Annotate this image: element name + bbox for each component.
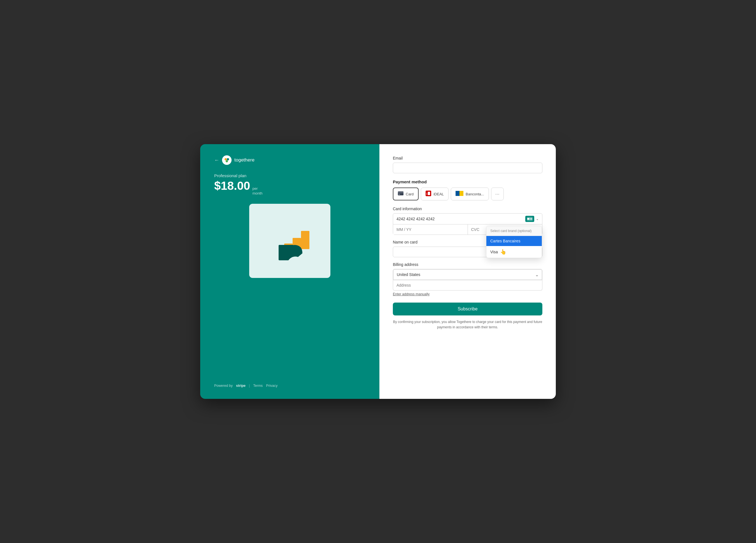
- back-arrow-icon[interactable]: ←: [214, 157, 219, 163]
- card-brand-dropdown: Select card brand (optional) Cartes Banc…: [486, 226, 542, 258]
- plan-info: Professional plan $18.00 permonth: [214, 173, 365, 196]
- card-number-input[interactable]: [393, 214, 522, 224]
- dropdown-item-visa[interactable]: Visa 👆: [486, 246, 542, 258]
- payment-method-section: Payment method Card: [393, 180, 542, 201]
- svg-rect-9: [398, 192, 403, 193]
- svg-rect-18: [530, 218, 532, 220]
- svg-point-1: [225, 158, 227, 160]
- card-expiry-input[interactable]: [393, 225, 468, 235]
- privacy-link[interactable]: Privacy: [266, 384, 277, 388]
- terms-link[interactable]: Terms: [253, 384, 263, 388]
- svg-rect-6: [301, 231, 309, 249]
- back-nav: ← togethere: [214, 155, 365, 165]
- footer-left: Powered by stripe | Terms Privacy: [214, 384, 365, 388]
- card-brand-button[interactable]: ⌄: [522, 214, 542, 224]
- card-number-row: ⌄ Select card brand (optional) Cartes Ba…: [393, 213, 542, 225]
- svg-rect-15: [459, 191, 463, 196]
- svg-rect-10: [398, 194, 400, 195]
- payment-tabs: Card i iDEAL: [393, 188, 542, 201]
- svg-point-3: [226, 160, 228, 162]
- left-panel: ← togethere Professional plan $18.00 per…: [200, 144, 379, 399]
- footer-divider: |: [249, 384, 250, 388]
- ideal-tab-icon: i: [426, 191, 431, 197]
- brand-logo: [222, 155, 232, 165]
- checkout-container: ← togethere Professional plan $18.00 per…: [200, 144, 556, 399]
- card-brand-chevron: ⌄: [536, 217, 539, 221]
- bancontact-tab-label: Banconta...: [466, 192, 484, 196]
- card-info-label: Card information: [393, 207, 542, 211]
- tab-card[interactable]: Card: [393, 188, 419, 201]
- plan-price-period: permonth: [252, 187, 262, 196]
- plan-name: Professional plan: [214, 173, 365, 178]
- svg-rect-13: [428, 192, 430, 195]
- plan-price: $18.00 permonth: [214, 179, 365, 196]
- card-tab-label: Card: [406, 192, 414, 196]
- powered-by-text: Powered by: [214, 384, 233, 388]
- payment-method-label: Payment method: [393, 180, 542, 184]
- ideal-tab-label: iDEAL: [433, 192, 444, 196]
- tab-ideal[interactable]: i iDEAL: [421, 188, 449, 201]
- svg-rect-8: [398, 192, 403, 195]
- bancontact-tab-icon: [456, 191, 463, 197]
- plan-price-amount: $18.00: [214, 179, 250, 193]
- dropdown-item-cartes-bancaires[interactable]: Cartes Bancaires: [486, 236, 542, 246]
- svg-point-2: [227, 158, 229, 160]
- email-label: Email: [393, 156, 542, 160]
- subscribe-button[interactable]: Subscribe: [393, 302, 542, 315]
- address-manual-link[interactable]: Enter address manually: [393, 292, 430, 296]
- more-tab-label: ···: [495, 191, 500, 197]
- email-section: Email: [393, 156, 542, 173]
- card-brand-icon: [525, 216, 534, 222]
- dropdown-header: Select card brand (optional): [486, 226, 542, 236]
- address-input[interactable]: [393, 280, 542, 290]
- card-tab-icon: [398, 192, 403, 197]
- country-select-wrapper: United States: [393, 269, 542, 280]
- svg-rect-14: [456, 191, 459, 196]
- country-select[interactable]: United States: [393, 269, 542, 280]
- email-input[interactable]: [393, 163, 542, 173]
- billing-address-label: Billing address: [393, 262, 542, 267]
- brand-name: togethere: [234, 157, 255, 163]
- tab-more[interactable]: ···: [491, 188, 504, 201]
- consent-text: By confirming your subscription, you all…: [393, 319, 542, 330]
- svg-text:i: i: [426, 192, 427, 195]
- card-info-section: Card information ⌄ Select c: [393, 207, 542, 235]
- stripe-brand: stripe: [236, 384, 246, 388]
- cursor-icon: 👆: [500, 249, 506, 255]
- billing-address-section: Billing address United States Enter addr…: [393, 262, 542, 296]
- tab-bancontact[interactable]: Banconta...: [451, 188, 489, 201]
- svg-rect-17: [527, 218, 529, 220]
- illustration: [249, 204, 330, 278]
- right-panel: Email Payment method Card: [379, 144, 556, 399]
